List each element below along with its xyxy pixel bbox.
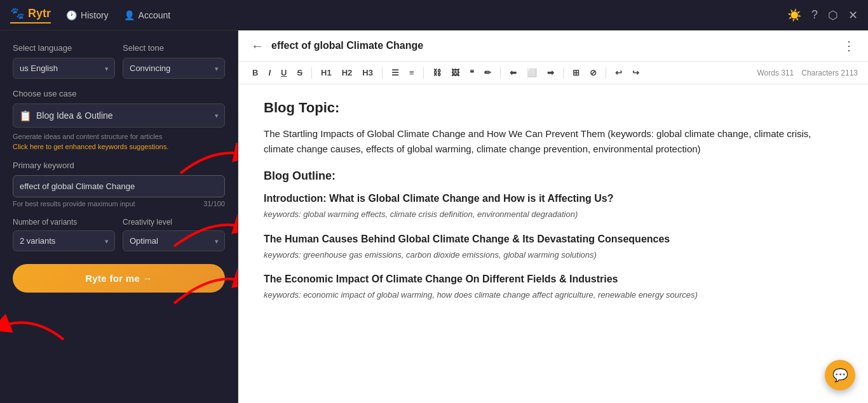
language-label: Select language: [13, 43, 115, 53]
ryte-for-me-button[interactable]: Ryte for me →: [13, 264, 225, 293]
toolbar-separator-6: [606, 67, 606, 79]
section-heading-2: The Human Causes Behind Global Climate C…: [264, 234, 843, 245]
tone-select[interactable]: Convincing: [123, 58, 225, 79]
editor-content: Blog Topic: The Startling Impacts of Glo…: [238, 84, 868, 403]
blog-topic-text: The Startling Impacts of Global Climate …: [264, 126, 843, 157]
blog-topic-heading: Blog Topic:: [264, 100, 843, 116]
bullet-list-button[interactable]: ☰: [388, 65, 403, 80]
use-case-description: Generate ideas and content structure for…: [13, 133, 225, 140]
tone-select-wrapper: Convincing ▾: [123, 58, 225, 79]
quote-button[interactable]: ❝: [466, 65, 478, 80]
table-button[interactable]: ⊞: [569, 65, 583, 80]
strikethrough-button[interactable]: S: [293, 65, 306, 80]
redo-button[interactable]: ↪: [628, 65, 643, 80]
account-icon: 👤: [124, 10, 135, 20]
align-right-button[interactable]: ➡: [543, 65, 558, 80]
variants-select[interactable]: 2 variants: [13, 230, 115, 251]
toolbar-separator-5: [563, 67, 564, 79]
creativity-group: Creativity level Optimal ▾: [123, 218, 225, 251]
sun-icon[interactable]: ☀️: [787, 8, 801, 22]
editor-toolbar: B I U S H1 H2 H3 ☰ ≡ ⛓ 🖼 ❝ ✏ ⬅ ⬜ ➡ ⊞ ⊘ ↩…: [238, 62, 868, 84]
use-case-select-wrapper: 📋 Blog Idea & Outline ▾: [13, 103, 225, 128]
logo-text: Rytr: [28, 7, 51, 20]
toolbar-separator-4: [500, 67, 501, 79]
creativity-select[interactable]: Optimal: [123, 230, 225, 251]
ordered-list-button[interactable]: ≡: [405, 65, 418, 80]
topnav-right-icons: ☀️ ? ⬡ ✕: [787, 8, 858, 22]
bold-button[interactable]: B: [248, 65, 262, 80]
word-char-count: Words 311 Characters 2113: [757, 69, 858, 77]
history-icon: 🕐: [66, 10, 77, 20]
toolbar-separator-2: [382, 67, 383, 79]
toolbar-separator-1: [311, 67, 312, 79]
char-count: Characters 2113: [801, 69, 858, 77]
expand-icon[interactable]: ⬡: [828, 8, 838, 22]
arrow-decoration-4: [0, 295, 70, 346]
keywords-suggestions-link[interactable]: Click here to get enhanced keywords sugg…: [13, 143, 225, 150]
keyword-count: 31/100: [203, 200, 225, 208]
sidebar: Select language us English ▾ Select tone…: [0, 30, 238, 403]
content-area: ← effect of global Climate Change ⋮ B I …: [238, 30, 868, 403]
align-left-button[interactable]: ⬅: [506, 65, 520, 80]
app-logo[interactable]: 🐾 Rytr: [10, 6, 51, 23]
italic-button[interactable]: I: [264, 65, 275, 80]
language-select[interactable]: us English: [13, 58, 115, 79]
top-navigation: 🐾 Rytr 🕐 History 👤 Account ☀️ ? ⬡ ✕: [0, 0, 868, 30]
section-keywords-3: keywords: economic impact of global warm…: [264, 289, 843, 301]
variants-label: Number of variants: [13, 218, 115, 227]
section-heading-1: Introduction: What is Global Climate Cha…: [264, 193, 843, 204]
blog-use-case-icon: 📋: [19, 110, 32, 122]
keyword-hint-row: For best results provide maximum input 3…: [13, 200, 225, 208]
primary-keyword-input[interactable]: [13, 175, 225, 197]
undo-button[interactable]: ↩: [611, 65, 626, 80]
h2-button[interactable]: H2: [338, 65, 356, 80]
chat-button[interactable]: 💬: [825, 360, 855, 390]
account-nav-item[interactable]: 👤 Account: [124, 10, 171, 20]
section-keywords-2: keywords: greenhouse gas emissions, carb…: [264, 249, 843, 261]
word-count: Words 311: [757, 69, 794, 77]
primary-keyword-label: Primary keyword: [13, 161, 225, 170]
tone-label: Select tone: [123, 43, 225, 53]
section-keywords-1: keywords: global warming effects, climat…: [264, 208, 843, 221]
account-label: Account: [139, 10, 171, 20]
help-icon[interactable]: ?: [811, 8, 818, 22]
creativity-label: Creativity level: [123, 218, 225, 227]
logo-emoji: 🐾: [10, 6, 24, 20]
history-nav-item[interactable]: 🕐 History: [66, 10, 109, 20]
h1-button[interactable]: H1: [317, 65, 336, 80]
align-center-button[interactable]: ⬜: [523, 65, 541, 80]
content-header: ← effect of global Climate Change ⋮: [238, 30, 868, 62]
back-button[interactable]: ←: [251, 39, 264, 53]
underline-button[interactable]: U: [277, 65, 290, 80]
keyword-hint-text: For best results provide maximum input: [13, 200, 135, 208]
use-case-label: Choose use case: [13, 89, 225, 98]
history-label: History: [81, 10, 109, 20]
variants-select-wrapper: 2 variants ▾: [13, 230, 115, 251]
image-button[interactable]: 🖼: [447, 65, 463, 80]
section-heading-3: The Economic Impact Of Climate Change On…: [264, 274, 843, 285]
creativity-select-wrapper: Optimal ▾: [123, 230, 225, 251]
close-icon[interactable]: ✕: [848, 8, 858, 22]
use-case-select[interactable]: Blog Idea & Outline: [13, 103, 225, 128]
link-button[interactable]: ⛓: [429, 65, 445, 80]
main-layout: Select language us English ▾ Select tone…: [0, 30, 868, 403]
variants-creativity-row: Number of variants 2 variants ▾ Creativi…: [13, 218, 225, 251]
clear-format-button[interactable]: ⊘: [586, 65, 600, 80]
document-title: effect of global Climate Change: [271, 40, 835, 51]
pen-button[interactable]: ✏: [480, 65, 495, 80]
variants-group: Number of variants 2 variants ▾: [13, 218, 115, 251]
more-options-button[interactable]: ⋮: [843, 38, 855, 53]
language-select-wrapper: us English ▾: [13, 58, 115, 79]
blog-outline-heading: Blog Outline:: [264, 169, 843, 183]
toolbar-separator-3: [423, 67, 424, 79]
use-case-chevron-icon: ▾: [215, 112, 219, 120]
h3-button[interactable]: H3: [358, 65, 377, 80]
